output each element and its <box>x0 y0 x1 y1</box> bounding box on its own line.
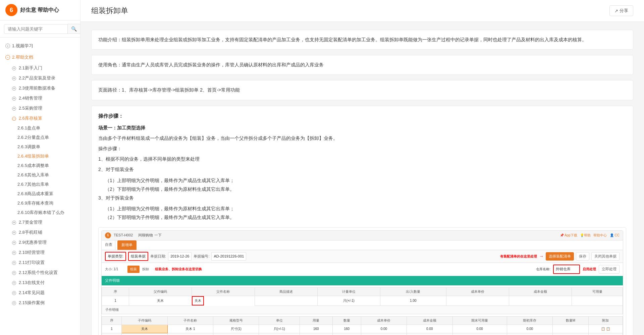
mock-nav-home: 自查 <box>105 240 115 250</box>
mock-parent-title: 父件明细 <box>105 277 120 284</box>
mock-cell: 50.00 <box>300 333 332 335</box>
sidebar-item-print[interactable]: + 2.11打印设置 <box>12 258 80 268</box>
mock-th-cprice: 成本单价 <box>446 288 509 296</box>
sidebar-item-split-stocktake[interactable]: 2.6.2分量盘点单 <box>17 133 80 142</box>
mock-icons: 📌 App下载 💡帮助 帮助中心 👤 CC <box>560 232 620 238</box>
mock-cth-endavail: 期末可用量 <box>452 316 507 325</box>
role-text: 使用角色：通常由生产人员或库管人员完成拆装业务的操作，库管人员确认原材料的出库和… <box>98 62 324 67</box>
sidebar-item-payment[interactable]: + 2.13在线支付 <box>12 278 80 288</box>
mock-doc-type-val: 组装单据 <box>128 252 148 261</box>
sidebar-item-install[interactable]: + 2.2产品安装及登录 <box>12 73 80 83</box>
mock-annotation2: 组装业务、拆卸业务在这里切换 <box>155 266 202 272</box>
mock-cth-usage: 用量 <box>300 316 332 325</box>
sidebar-item-docs[interactable]: − 2.帮助文档 + 2.1新手入门 + 2.2产品安装及登录 + 2.3使用前… <box>0 52 80 308</box>
sidebar-item-cost-adj[interactable]: 2.6.5成本调整单 <box>17 161 80 170</box>
expand-icon-data: + <box>12 87 16 91</box>
sidebar-item-purchase[interactable]: + 2.5采购管理 <box>12 103 80 113</box>
sidebar-item-assemble[interactable]: 2.6.4组装拆卸单 <box>17 152 80 161</box>
mock-th-pcode: 父件编码 <box>129 288 192 296</box>
mock-cell: 关木 <box>122 325 167 333</box>
mock-cth-spec: 规格型号 <box>213 316 259 325</box>
logo-icon: 6 <box>5 4 17 16</box>
mock-btn-select: 选择装配清单 <box>546 252 574 261</box>
sidebar-item-settings[interactable]: + 2.12系统个性化设置 <box>12 268 80 278</box>
mock-top-bar: 6 TEST-H002 闲聊购物 一下 📌 App下载 💡帮助 帮助中心 👤 C… <box>102 231 623 240</box>
mock-cell: 0.00 <box>407 333 452 335</box>
step1: 1、根据不同的业务，选择不同单据的类型来处理 <box>98 155 626 163</box>
sidebar-item-ledger-error[interactable]: 2.6.10库存账本错了么办 <box>17 208 80 217</box>
sidebar-header: 6 好生意 帮助中心 <box>0 0 80 20</box>
mock-cell: 160 <box>300 325 332 333</box>
nav-sub-sub-inventory: 2.6.1盘点单 2.6.2分量盘点单 2.6.3调拨单 2.6.4组装拆卸单 … <box>12 123 80 217</box>
sidebar-item-inventory[interactable]: − 2.6库存核算 <box>12 113 80 123</box>
mock-disassembly: 拆卸 <box>142 266 149 272</box>
nav-list: + 1.视频学习 − 2.帮助文档 + 2.1新手入门 + 2.2产品安装及登录 <box>0 38 80 335</box>
sidebar-item-newbie[interactable]: + 2.1新手入门 <box>12 63 80 73</box>
mock-cell: 0.00 <box>407 325 452 333</box>
mock-no-label: 单据编号: <box>194 253 209 260</box>
share-label: 分享 <box>620 8 628 14</box>
step3: 3、对于拆装业务 <box>98 194 626 202</box>
expand-icon-settings: + <box>12 271 16 275</box>
path-text: 页面路径：1、库存核算->库存管理->组装拆卸单 2、首页->常用功能 <box>98 87 240 93</box>
mock-annotation1: 有装配清单的在这里处理 <box>500 254 537 260</box>
sidebar-item-docs-label: 2.帮助文档 <box>12 54 33 60</box>
mock-screenshot: 6 TEST-H002 闲聊购物 一下 📌 App下载 💡帮助 帮助中心 👤 C… <box>101 230 623 335</box>
sidebar-item-finance[interactable]: + 2.7资金管理 <box>12 217 80 227</box>
mock-assembly-type: 组装 <box>127 266 140 273</box>
sidebar-item-mobile[interactable]: + 2.8手机旺铺 <box>12 227 80 237</box>
sidebar-item-faq[interactable]: + 2.14常见问题 <box>12 288 80 298</box>
sidebar-item-other-in[interactable]: 2.6.6其他入库单 <box>17 170 80 180</box>
mock-toolbar: 单据类型: 组装单据 单据日期: 2019-12-26 单据编号: AD-201… <box>102 250 623 263</box>
mock-doc-type: 单据类型: <box>105 252 126 261</box>
sidebar-item-video[interactable]: + 1.视频学习 <box>0 40 80 52</box>
expand-icon-print: + <box>12 261 16 265</box>
mock-th-unit: 计量单位 <box>317 288 380 296</box>
nav-sub-list-docs: + 2.1新手入门 + 2.2产品安装及登录 + 2.3使用前数据准备 + 2.… <box>0 63 80 308</box>
sidebar-item-transfer[interactable]: 2.6.3调拨单 <box>17 142 80 152</box>
mock-cth-unit: 单位 <box>259 316 300 325</box>
intro-text: 功能介绍：组装拆卸单用来处理企业组装或拆卸等加工业务，支持有固定装配清单的产品加… <box>98 37 587 42</box>
sidebar-item-stocktake[interactable]: 2.6.1盘点单 <box>17 123 80 133</box>
mock-tab-inactive <box>138 240 145 250</box>
expand-icon-faq: + <box>12 291 16 295</box>
mock-child-section: 子件明细 <box>102 306 623 314</box>
sidebar-item-cases[interactable]: + 2.15操作案例 <box>12 298 80 308</box>
expand-icon-coupon: + <box>12 241 16 245</box>
sidebar-item-docs-header[interactable]: − 2.帮助文档 <box>0 52 80 63</box>
mock-cell: 关木 1 <box>167 325 213 333</box>
expand-icon-cases: + <box>12 301 16 305</box>
sidebar-item-other-out[interactable]: 2.6.7其他出库单 <box>17 180 80 189</box>
mock-cell: 0.00 <box>332 333 361 335</box>
mock-cell: 只(+/-1) <box>259 325 300 333</box>
sidebar-item-ledger-query[interactable]: 2.6.9库存账本查询 <box>17 199 80 208</box>
ops-title: 操作步骤： <box>98 145 626 153</box>
mock-cell: 0.00 <box>452 333 507 335</box>
mock-cell: 160 <box>332 325 361 333</box>
mock-parent-table: 序 父件编码 父件名称 商品描述 计量单位 出/入数量 成本单价 成本金额 可用… <box>102 287 623 306</box>
mock-cell: 只(+/-1) <box>213 333 259 335</box>
mock-cth-qty: 数量 <box>332 316 361 325</box>
mock-nav-tabs: 自查 新增单 <box>102 240 623 250</box>
mock-date-label: 单据日期: <box>150 253 166 260</box>
mock-th-seq: 序 <box>102 288 129 296</box>
search-input[interactable] <box>4 24 68 34</box>
logo-text: 好生意 帮助中心 <box>20 7 59 14</box>
mock-btn-close: 关闭其他单据 <box>591 252 620 261</box>
sidebar-item-cost-recalc[interactable]: 2.6.8商品成本重算 <box>17 189 80 199</box>
sidebar-item-management[interactable]: + 2.10经营管理 <box>12 247 80 258</box>
mock-child-section-title: 子件明细 <box>105 307 119 313</box>
sidebar-item-sales[interactable]: + 2.4销售管理 <box>12 93 80 103</box>
sidebar-item-video-header[interactable]: + 1.视频学习 <box>0 40 80 52</box>
sidebar-item-data-prep[interactable]: + 2.3使用前数据准备 <box>12 83 80 93</box>
steps-box: 操作步骤： 场景一：加工类型选择 当由多个子件材料组装成一个成品的业务为【组装】… <box>91 106 633 335</box>
mock-warehouse-label: 仓库名称: <box>536 266 550 272</box>
content-area: 功能介绍：组装拆卸单用来处理企业组装或拆卸等加工业务，支持有固定装配清单的产品加… <box>80 22 644 335</box>
sidebar-item-coupon[interactable]: + 2.9优惠券管理 <box>12 237 80 247</box>
share-button[interactable]: ↗ 分享 <box>609 5 633 16</box>
mock-cell: 尺寸(1) <box>167 333 213 335</box>
step2: 2、对于组装业务 <box>98 165 626 174</box>
mock-th-pname: 父件名称 <box>192 288 255 296</box>
mock-arrow1: → <box>539 252 544 261</box>
search-button[interactable]: 🔍 <box>68 24 80 34</box>
